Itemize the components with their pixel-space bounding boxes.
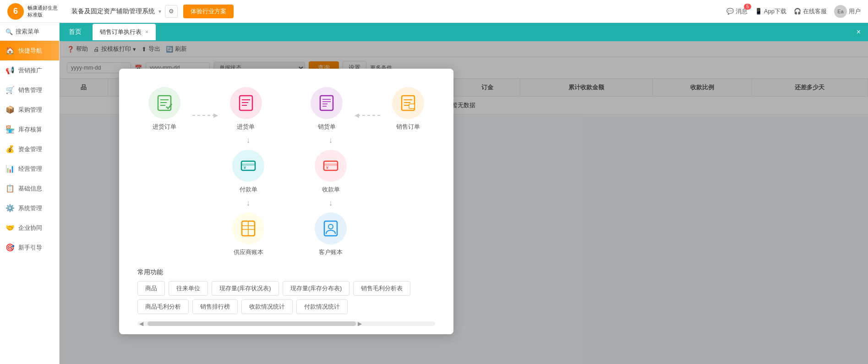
flow-node-customer-ledger[interactable]: 客户账本	[303, 212, 358, 256]
purchase-order-circle	[148, 87, 180, 119]
tab-bar: 首页 销售订单执行表 × ×	[60, 23, 868, 41]
arrow-left-1: ◀	[355, 100, 380, 119]
payment-circle: ¥	[232, 150, 264, 182]
system-title: 装备及固定资产辅助管理系统 ▾	[71, 7, 161, 16]
flow-row-2: ¥ 付款单 ¥	[137, 145, 435, 198]
inventory-icon: 🏪	[5, 125, 15, 134]
modal-overlay: 进货订单 ▶	[60, 41, 868, 364]
flow-row-1: 进货订单 ▶	[137, 82, 435, 136]
customer-ledger-label: 客户账本	[319, 248, 343, 256]
down-arrow-purchase: ↓	[221, 136, 276, 145]
sidebar-item-operations[interactable]: 📊 经营管理	[0, 159, 59, 179]
down-arrows-row: ↓ ↓	[137, 136, 435, 145]
sidebar-item-quick-nav[interactable]: 🏠 快捷导航	[0, 41, 59, 60]
sales-bill-circle	[311, 87, 343, 119]
message-icon: 💬	[726, 8, 734, 15]
sidebar-item-basic-info[interactable]: 📋 基础信息	[0, 179, 59, 198]
app-download-button[interactable]: 📱 App下载	[755, 7, 786, 16]
tab-home[interactable]: 首页	[60, 23, 91, 41]
down-arrow-sales: ↓	[303, 136, 358, 145]
enterprise-icon: 🤝	[5, 223, 15, 232]
sales-icon: 🛒	[5, 86, 15, 94]
app-container: 6 畅康通好生意 标准版 装备及固定资产辅助管理系统 ▾ ⚙ 体验行业方案 💬 …	[0, 0, 868, 364]
func-buttons-container: 商品 往来单位 现存量(库存状况表) 现存量(库存分布表) 销售毛利分析表 商品…	[137, 281, 435, 314]
sidebar-item-guide[interactable]: 🎯 新手引导	[0, 238, 59, 257]
purchase-bill-label: 进货单	[237, 123, 255, 131]
sidebar-item-inventory[interactable]: 🏪 库存核算	[0, 120, 59, 139]
func-btn-sales-ranking[interactable]: 销售排行榜	[192, 299, 238, 314]
payment-label: 付款单	[240, 185, 257, 194]
customer-ledger-circle	[315, 212, 347, 244]
flow-node-purchase-bill[interactable]: 进货单	[219, 87, 273, 131]
finance-icon: 💰	[5, 145, 15, 153]
flow-node-supplier-ledger[interactable]: 供应商账本	[221, 212, 276, 256]
common-funcs: 常用功能 商品 往来单位 现存量(库存状况表) 现存量(库存分布表) 销售毛利分…	[137, 268, 435, 314]
func-btn-goods-profit[interactable]: 商品毛利分析	[137, 299, 189, 314]
gear-button[interactable]: ⚙	[165, 5, 178, 18]
top-bar: 6 畅康通好生意 标准版 装备及固定资产辅助管理系统 ▾ ⚙ 体验行业方案 💬 …	[0, 0, 868, 23]
basic-info-icon: 📋	[5, 184, 15, 193]
app-download-icon: 📱	[755, 8, 762, 15]
svg-point-29	[328, 224, 333, 229]
flow-node-purchase-order[interactable]: 进货订单	[137, 87, 191, 131]
scrollbar-thumb[interactable]	[147, 321, 356, 326]
modal-dialog: 进货订单 ▶	[119, 69, 453, 334]
func-btn-collection-stats[interactable]: 收款情况统计	[241, 299, 293, 314]
modal-scrollbar[interactable]: ◀ ▶	[137, 321, 435, 326]
marketing-icon: 📢	[5, 66, 15, 75]
guide-icon: 🎯	[5, 243, 15, 252]
message-button[interactable]: 💬 消息 5	[726, 7, 748, 16]
sales-bill-label: 销货单	[318, 123, 336, 131]
scrollbar-right-arrow[interactable]: ▶	[356, 321, 364, 326]
receipt-circle: ¥	[315, 150, 347, 182]
func-btn-payment-stats[interactable]: 付款情况统计	[296, 299, 348, 314]
main-area: 🔍 搜索菜单 🏠 快捷导航 📢 营销推广 🛒 销售管理 📦 采购管理 🏪	[0, 23, 868, 364]
avatar: Ea	[834, 5, 847, 18]
purchase-order-label: 进货订单	[153, 123, 176, 131]
sidebar-item-enterprise[interactable]: 🤝 企业协同	[0, 218, 59, 238]
sidebar-item-system[interactable]: ⚙️ 系统管理	[0, 198, 59, 218]
flow-node-payment[interactable]: ¥ 付款单	[221, 150, 276, 194]
search-menu-item[interactable]: 🔍 搜索菜单	[0, 23, 59, 41]
logo-icon: 6	[7, 3, 24, 20]
system-name: 装备及固定资产辅助管理系统	[71, 7, 155, 16]
svg-text:¥: ¥	[326, 165, 329, 170]
flow-node-sales-order[interactable]: 销售订单	[381, 87, 435, 131]
message-badge: 5	[744, 4, 751, 10]
supplier-ledger-circle	[232, 212, 264, 244]
user-profile-button[interactable]: Ea 用户	[834, 5, 861, 18]
modal-scrollbar-area: ◀ ▶	[137, 321, 435, 326]
headset-icon: 🎧	[794, 8, 801, 15]
tab-close-icon[interactable]: ×	[145, 29, 148, 35]
online-service-button[interactable]: 🎧 在线客服	[794, 7, 827, 16]
func-btn-contacts[interactable]: 往来单位	[169, 281, 208, 296]
sidebar-item-sales[interactable]: 🛒 销售管理	[0, 80, 59, 100]
sidebar-item-marketing[interactable]: 📢 营销推广	[0, 60, 59, 80]
flow-node-sales-bill[interactable]: 销货单	[300, 87, 354, 131]
tab-sales-order-exec[interactable]: 销售订单执行表 ×	[93, 24, 156, 40]
trial-button[interactable]: 体验行业方案	[183, 5, 234, 18]
svg-text:¥: ¥	[243, 165, 246, 170]
purchase-icon: 📦	[5, 105, 15, 114]
func-btn-goods[interactable]: 商品	[137, 281, 165, 296]
flow-node-receipt[interactable]: ¥ 收款单	[303, 150, 358, 194]
func-btn-current-stock-dist[interactable]: 现存量(库存分布表)	[283, 281, 350, 296]
supplier-ledger-label: 供应商账本	[234, 248, 263, 256]
svg-rect-17	[409, 104, 415, 109]
func-btn-current-stock-status[interactable]: 现存量(库存状况表)	[212, 281, 279, 296]
svg-rect-8	[320, 96, 333, 110]
sidebar-item-purchase[interactable]: 📦 采购管理	[0, 100, 59, 120]
system-icon: ⚙️	[5, 204, 15, 212]
search-icon: 🔍	[5, 28, 13, 35]
top-right-area: 💬 消息 5 📱 App下载 🎧 在线客服 Ea 用户	[726, 5, 861, 18]
dropdown-arrow-icon[interactable]: ▾	[158, 8, 161, 15]
tab-bar-close-icon[interactable]: ×	[849, 28, 868, 36]
page-content: ❓ 帮助 🖨 按模板打印 ▾ ⬆ 导出 🔄 刷新	[60, 41, 868, 364]
func-btn-sales-profit[interactable]: 销售毛利分析表	[353, 281, 410, 296]
sidebar-item-finance[interactable]: 💰 资金管理	[0, 139, 59, 159]
down-arrow-payment: ↓	[221, 198, 276, 208]
flow-row-3: 供应商账本 客户账本	[137, 208, 435, 261]
scrollbar-left-arrow[interactable]: ◀	[137, 321, 145, 326]
sales-order-circle	[392, 87, 424, 119]
operations-icon: 📊	[5, 164, 15, 173]
